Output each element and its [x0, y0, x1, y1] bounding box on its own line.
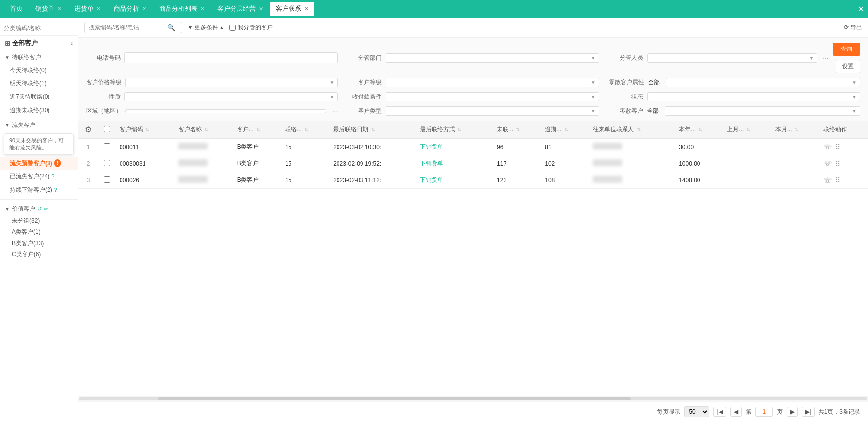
row1-method-link[interactable]: 下销货单 — [420, 143, 443, 150]
value-edit-icon[interactable]: ✏ — [44, 206, 48, 212]
unit-contact-sort-icon[interactable]: ⇅ — [637, 127, 641, 132]
status-arrow-icon: ▼ — [852, 94, 857, 99]
manager-dots-icon[interactable]: ··· — [823, 54, 829, 62]
sidebar-collapse-icon[interactable]: « — [70, 41, 73, 46]
tab-customer-layer[interactable]: 客户分层经营 ✕ — [212, 2, 269, 16]
page-input[interactable]: 1 — [755, 407, 773, 417]
customer-type-select[interactable]: ▼ — [386, 106, 599, 116]
row2-last-method[interactable]: 下销货单 — [416, 155, 493, 172]
row1-check[interactable] — [98, 139, 116, 155]
gender-select[interactable]: ▼ — [124, 92, 338, 101]
type-sort-icon[interactable]: ⇅ — [256, 127, 260, 132]
export-btn[interactable]: ⟳ 导出 — [844, 24, 862, 32]
tab-analysis-list-close[interactable]: ✕ — [200, 6, 205, 12]
tab-analysis[interactable]: 商品分析 ✕ — [108, 2, 152, 16]
row2-checkbox[interactable] — [104, 160, 110, 166]
tab-customer-contact[interactable]: 客户联系 ✕ — [270, 2, 314, 16]
window-close-button[interactable]: ✕ — [858, 4, 864, 14]
code-sort-icon[interactable]: ⇅ — [145, 127, 149, 132]
sidebar-item-ungroup[interactable]: 未分组(32) — [0, 215, 78, 226]
row3-check[interactable] — [98, 172, 116, 189]
manager-select[interactable]: ▼ — [647, 53, 818, 63]
tab-customer-contact-close[interactable]: ✕ — [304, 6, 309, 12]
tab-customer-layer-close[interactable]: ✕ — [259, 6, 263, 12]
sidebar-group-pending-title[interactable]: ▼ 待联络客户 — [0, 51, 78, 64]
last-page-btn[interactable]: ▶| — [802, 407, 815, 417]
sidebar-item-class-b[interactable]: B类客户(33) — [0, 238, 78, 249]
tab-analysis-list[interactable]: 商品分析列表 ✕ — [153, 2, 211, 16]
my-customers-checkbox-wrap[interactable]: 我分管的客户 — [229, 24, 273, 32]
sidebar-item-7days[interactable]: 近7天待联络(0) — [0, 90, 78, 103]
row3-more-icon[interactable]: ⠿ — [835, 176, 840, 184]
overdue-sort-icon[interactable]: ⇅ — [564, 127, 568, 132]
row3-checkbox[interactable] — [104, 176, 110, 183]
tab-sales[interactable]: 销货单 ✕ — [29, 2, 68, 16]
phone-input[interactable] — [124, 52, 338, 63]
row1-more-icon[interactable]: ⠿ — [835, 143, 840, 151]
status-select[interactable]: ▼ — [647, 92, 860, 101]
sidebar-item-class-a[interactable]: A类客户(1) — [0, 226, 78, 238]
row3-last-method[interactable]: 下销货单 — [416, 172, 493, 189]
sidebar-item-class-c[interactable]: C类客户(6) — [0, 249, 78, 260]
select-all-checkbox[interactable] — [104, 126, 110, 132]
row1-last-method[interactable]: 下销货单 — [416, 139, 493, 155]
filter-more-btn[interactable]: ▼ 更多条件 ▲ — [187, 24, 224, 32]
row3-contact-icon[interactable]: ☏ — [823, 176, 832, 184]
row1-overdue: 81 — [541, 139, 589, 155]
sidebar-item-lost[interactable]: 已流失客户(24) ? — [0, 170, 78, 183]
row2-more-icon[interactable]: ⠿ — [835, 160, 840, 168]
zero-customer-select[interactable]: ▼ — [665, 106, 860, 116]
table-settings-gear-icon[interactable]: ⚙ — [85, 125, 92, 134]
last-method-sort-icon[interactable]: ⇅ — [458, 127, 461, 132]
name-sort-icon[interactable]: ⇅ — [204, 127, 208, 132]
tab-analysis-close[interactable]: ✕ — [142, 6, 146, 12]
sidebar-item-overdue[interactable]: 逾期未联络(30) — [0, 104, 78, 117]
scrollbar-thumb[interactable] — [158, 397, 631, 400]
tab-sales-close[interactable]: ✕ — [57, 6, 62, 12]
th-checkbox[interactable] — [98, 121, 116, 139]
row1-checkbox[interactable] — [104, 143, 110, 149]
last-date-sort-icon[interactable]: ⇅ — [371, 127, 375, 132]
sidebar-item-loss-warning[interactable]: 流失预警客户(3) ! — [0, 157, 78, 170]
tab-purchase-close[interactable]: ✕ — [96, 6, 101, 12]
unlisted-sort-icon[interactable]: ⇅ — [516, 127, 520, 132]
scrollbar-track[interactable] — [79, 397, 867, 400]
last-month-sort-icon[interactable]: ⇅ — [747, 127, 750, 132]
dept-select[interactable]: ▼ — [386, 53, 599, 63]
row2-method-link[interactable]: 下销货单 — [420, 160, 443, 167]
sidebar-item-today[interactable]: 今天待联络(0) — [0, 64, 78, 77]
price-level-select[interactable]: ▼ — [125, 78, 338, 87]
search-submit-icon[interactable]: 🔍 — [167, 24, 175, 31]
customer-level-select[interactable]: ▼ — [386, 78, 599, 87]
tab-purchase[interactable]: 进货单 ✕ — [69, 2, 107, 16]
query-button[interactable]: 查询 — [833, 43, 860, 56]
value-refresh-icon[interactable]: ↺ — [37, 206, 42, 212]
sidebar-search-input[interactable] — [4, 25, 77, 32]
sidebar-item-tomorrow[interactable]: 明天待联络(1) — [0, 77, 78, 90]
my-customers-checkbox[interactable] — [229, 25, 236, 31]
sidebar-item-declining[interactable]: 持续下滑客户(2) ? — [0, 183, 78, 197]
this-year-sort-icon[interactable]: ⇅ — [699, 127, 702, 132]
zero-attr-select[interactable]: ▼ — [666, 78, 860, 87]
row2-contact-icon[interactable]: ☏ — [823, 160, 832, 168]
sidebar-all-customers[interactable]: ⊞ 全部客户 « — [0, 36, 78, 50]
payment-select[interactable]: ▼ — [386, 92, 599, 101]
th-settings[interactable]: ⚙ — [78, 121, 98, 139]
search-input[interactable] — [89, 24, 167, 31]
horizontal-scrollbar[interactable] — [78, 396, 868, 402]
per-page-select[interactable]: 50 100 200 — [684, 406, 709, 417]
contact-num-sort-icon[interactable]: ⇅ — [304, 127, 308, 132]
next-page-btn[interactable]: ▶ — [787, 407, 798, 417]
settings-button[interactable]: 设置 — [836, 60, 860, 73]
tab-home[interactable]: 首页 — [4, 2, 28, 16]
prev-page-btn[interactable]: ◀ — [730, 407, 742, 417]
region-dots-icon[interactable]: ··· — [332, 107, 338, 115]
row3-method-link[interactable]: 下销货单 — [420, 176, 443, 183]
row2-check[interactable] — [98, 155, 116, 172]
this-month-sort-icon[interactable]: ⇅ — [795, 127, 798, 132]
sidebar-group-value-title[interactable]: ▼ 价值客户 ↺ ✏ — [0, 203, 78, 215]
row1-contact-icon[interactable]: ☏ — [823, 143, 832, 151]
region-select[interactable] — [125, 109, 326, 113]
first-page-btn[interactable]: |◀ — [713, 407, 726, 417]
sidebar-group-lost-title[interactable]: ▼ 流失客户 — [0, 119, 78, 131]
